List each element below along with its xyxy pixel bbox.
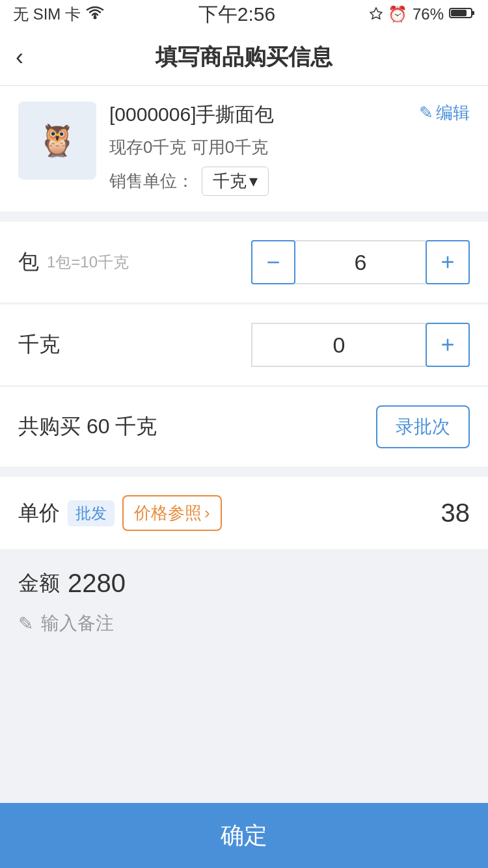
status-left: 无 SIM 卡 — [13, 4, 104, 25]
amount-label: 金额 — [18, 569, 60, 598]
unit-value: 千克 — [213, 170, 247, 193]
product-top-row: [0000006]手撕面包 ✎ 编辑 — [109, 102, 470, 136]
price-section: 单价 批发 价格参照 › 38 — [0, 477, 488, 550]
product-info: [0000006]手撕面包 ✎ 编辑 现存0千克 可用0千克 销售单位： 千克 … — [109, 102, 470, 196]
status-right: ⏰ 76% — [370, 5, 475, 23]
product-stock: 现存0千克 可用0千克 — [109, 136, 470, 159]
kg-plus-button[interactable]: + — [426, 323, 470, 367]
edit-label: 编辑 — [436, 102, 470, 124]
svg-rect-2 — [472, 11, 474, 15]
status-bar: 无 SIM 卡 下午2:56 ⏰ 76% — [0, 0, 488, 29]
amount-section: 金额 2280 ✎ 输入备注 — [0, 550, 488, 654]
package-input-row: 包 1包=10千克 − + — [0, 222, 488, 303]
product-unit-row: 销售单位： 千克 ▾ — [109, 167, 470, 196]
product-image: 🦉 — [18, 102, 96, 180]
package-quantity-control: − + — [251, 240, 470, 284]
unit-dropdown[interactable]: 千克 ▾ — [202, 167, 269, 196]
package-input-section: 包 1包=10千克 − + — [0, 222, 488, 303]
alarm-icon: ⏰ — [388, 5, 407, 23]
price-value: 38 — [441, 498, 470, 528]
svg-point-0 — [94, 16, 97, 20]
product-name: [0000006]手撕面包 — [109, 102, 274, 128]
remark-row[interactable]: ✎ 输入备注 — [18, 611, 470, 636]
batch-button[interactable]: 录批次 — [376, 405, 470, 448]
remark-label: 输入备注 — [41, 611, 114, 636]
nav-bar: ‹ 填写商品购买信息 — [0, 29, 488, 86]
product-section: 🦉 [0000006]手撕面包 ✎ 编辑 现存0千克 可用0千克 销售单位： 千… — [0, 86, 488, 211]
amount-row: 金额 2280 — [18, 569, 470, 598]
package-minus-button[interactable]: − — [251, 240, 295, 284]
remark-icon: ✎ — [18, 613, 33, 634]
unit-label: 销售单位： — [109, 170, 194, 193]
summary-section: 共购买 60 千克 录批次 — [0, 387, 488, 467]
kg-quantity-control: + — [251, 323, 470, 367]
kg-quantity-input[interactable] — [251, 323, 426, 367]
price-row: 单价 批发 价格参照 › 38 — [18, 495, 470, 531]
status-time: 下午2:56 — [198, 1, 275, 28]
price-ref-arrow: › — [204, 503, 210, 523]
price-ref-label: 价格参照 — [134, 502, 202, 524]
package-plus-button[interactable]: + — [426, 240, 470, 284]
kg-input-section: 千克 + — [0, 305, 488, 386]
edit-icon: ✎ — [419, 103, 433, 123]
summary-text: 共购买 60 千克 — [18, 413, 157, 441]
chevron-down-icon: ▾ — [249, 171, 258, 191]
package-quantity-input[interactable] — [295, 240, 426, 284]
edit-button[interactable]: ✎ 编辑 — [419, 102, 470, 124]
svg-rect-3 — [451, 10, 467, 16]
wifi-icon — [86, 5, 104, 23]
back-button[interactable]: ‹ — [16, 44, 23, 71]
price-label: 单价 — [18, 499, 60, 528]
location-icon — [370, 5, 383, 23]
kg-label-area: 千克 — [18, 331, 60, 359]
price-label-area: 单价 批发 价格参照 › — [18, 495, 222, 531]
amount-value: 2280 — [68, 569, 126, 598]
package-label-area: 包 1包=10千克 — [18, 248, 129, 277]
product-logo: 🦉 — [38, 122, 77, 159]
page-title: 填写商品购买信息 — [156, 42, 332, 72]
battery-level: 76% — [413, 5, 444, 23]
kg-label: 千克 — [18, 331, 60, 359]
price-tag: 批发 — [68, 500, 115, 526]
sim-status: 无 SIM 卡 — [13, 4, 81, 25]
package-label: 包 — [18, 248, 39, 277]
price-ref-button[interactable]: 价格参照 › — [122, 495, 222, 531]
battery-icon — [449, 5, 475, 23]
kg-input-row: 千克 + — [0, 305, 488, 386]
package-hint: 1包=10千克 — [47, 252, 129, 273]
confirm-button[interactable]: 确定 — [0, 803, 488, 868]
